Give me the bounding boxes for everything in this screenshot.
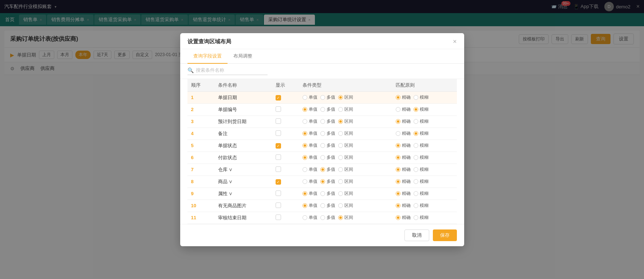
type-radio-区间[interactable]: 区间	[338, 106, 353, 113]
match-radio-模糊[interactable]: 模糊	[414, 130, 428, 137]
match-radio-精确[interactable]: 精确	[396, 130, 411, 137]
checkbox-display-4[interactable]	[276, 130, 281, 136]
match-radio-模糊[interactable]: 模糊	[414, 118, 428, 125]
match-radio-模糊[interactable]: 模糊	[414, 106, 428, 113]
row-order-10: 10	[187, 200, 214, 212]
row-display-10[interactable]	[272, 200, 299, 212]
type-radio-单值[interactable]: 单值	[303, 118, 317, 125]
row-display-3[interactable]	[272, 115, 299, 127]
type-radio-单值[interactable]: 单值	[303, 142, 317, 149]
dialog-search-area: 🔍	[180, 64, 464, 79]
match-radio-精确[interactable]: 精确	[396, 94, 411, 101]
radio-circle-icon	[396, 179, 400, 184]
type-radio-区间[interactable]: 区间	[338, 94, 353, 101]
type-radio-区间[interactable]: 区间	[338, 130, 353, 137]
checkbox-display-6[interactable]	[276, 154, 281, 160]
type-radio-单值[interactable]: 单值	[303, 154, 317, 161]
type-radio-单值[interactable]: 单值	[303, 178, 317, 185]
checkbox-display-5[interactable]	[276, 143, 281, 149]
type-radio-区间[interactable]: 区间	[338, 166, 353, 173]
type-radio-单值[interactable]: 单值	[303, 94, 317, 101]
type-radio-单值[interactable]: 单值	[303, 215, 317, 221]
match-radio-精确[interactable]: 精确	[396, 118, 411, 125]
match-radio-精确[interactable]: 精确	[396, 142, 411, 149]
checkbox-display-8[interactable]	[276, 179, 281, 185]
type-radio-单值[interactable]: 单值	[303, 203, 317, 209]
type-radio-多值[interactable]: 多值	[320, 203, 335, 209]
type-radio-区间[interactable]: 区间	[338, 215, 353, 221]
match-radio-模糊[interactable]: 模糊	[414, 166, 428, 173]
checkbox-display-9[interactable]	[276, 190, 281, 196]
type-radio-多值[interactable]: 多值	[320, 142, 335, 149]
row-display-9[interactable]	[272, 188, 299, 200]
radio-label: 单值	[309, 154, 317, 161]
table-row: 1单据日期单值多值区间精确模糊	[187, 91, 457, 103]
match-radio-模糊[interactable]: 模糊	[414, 154, 428, 161]
checkbox-display-2[interactable]	[276, 106, 281, 112]
match-radio-模糊[interactable]: 模糊	[414, 190, 428, 197]
radio-circle-icon	[414, 167, 418, 172]
match-radio-精确[interactable]: 精确	[396, 215, 411, 221]
match-radio-模糊[interactable]: 模糊	[414, 215, 428, 221]
row-display-6[interactable]	[272, 152, 299, 164]
match-radio-精确[interactable]: 精确	[396, 203, 411, 209]
type-radio-多值[interactable]: 多值	[320, 118, 335, 125]
type-radio-多值[interactable]: 多值	[320, 154, 335, 161]
radio-label: 多值	[327, 190, 335, 197]
radio-circle-icon	[303, 179, 307, 184]
row-display-8[interactable]	[272, 176, 299, 188]
row-display-1[interactable]	[272, 91, 299, 103]
row-order-5: 5	[187, 140, 214, 152]
match-radio-模糊[interactable]: 模糊	[414, 94, 428, 101]
type-radio-多值[interactable]: 多值	[320, 178, 335, 185]
dialog-close-icon[interactable]: ×	[453, 38, 457, 45]
type-radio-单值[interactable]: 单值	[303, 190, 317, 197]
type-radio-区间[interactable]: 区间	[338, 190, 353, 197]
row-display-11[interactable]	[272, 212, 299, 224]
match-radio-模糊[interactable]: 模糊	[414, 142, 428, 149]
type-radio-多值[interactable]: 多值	[320, 166, 335, 173]
match-radio-精确[interactable]: 精确	[396, 154, 411, 161]
save-button[interactable]: 保存	[433, 229, 457, 241]
match-radio-模糊[interactable]: 模糊	[414, 178, 428, 185]
radio-circle-icon	[303, 215, 307, 220]
radio-label: 精确	[402, 203, 411, 209]
match-radio-精确[interactable]: 精确	[396, 178, 411, 185]
type-radio-多值[interactable]: 多值	[320, 94, 335, 101]
checkbox-display-1[interactable]	[276, 95, 281, 101]
type-radio-区间[interactable]: 区间	[338, 203, 353, 209]
match-radio-精确[interactable]: 精确	[396, 106, 411, 113]
type-radio-单值[interactable]: 单值	[303, 130, 317, 137]
row-display-5[interactable]	[272, 140, 299, 152]
type-radio-单值[interactable]: 单值	[303, 106, 317, 113]
tab-layout-adjust[interactable]: 布局调整	[228, 49, 258, 64]
row-display-2[interactable]	[272, 103, 299, 115]
row-display-4[interactable]	[272, 127, 299, 140]
cancel-button[interactable]: 取消	[404, 229, 429, 241]
row-type-5: 单值多值区间	[299, 140, 392, 152]
match-radio-模糊[interactable]: 模糊	[414, 203, 428, 209]
radio-circle-icon	[303, 131, 307, 136]
checkbox-display-7[interactable]	[276, 166, 281, 172]
type-radio-单值[interactable]: 单值	[303, 166, 317, 173]
match-radio-精确[interactable]: 精确	[396, 190, 411, 197]
type-radio-多值[interactable]: 多值	[320, 215, 335, 221]
row-display-7[interactable]	[272, 164, 299, 176]
checkbox-display-10[interactable]	[276, 203, 281, 208]
checkbox-display-3[interactable]	[276, 118, 281, 124]
type-radio-多值[interactable]: 多值	[320, 130, 335, 137]
radio-label: 模糊	[420, 130, 428, 137]
type-radio-多值[interactable]: 多值	[320, 106, 335, 113]
type-radio-区间[interactable]: 区间	[338, 142, 353, 149]
radio-label: 区间	[344, 142, 353, 149]
search-input[interactable]	[196, 67, 261, 73]
type-radio-区间[interactable]: 区间	[338, 178, 353, 185]
match-radio-精确[interactable]: 精确	[396, 166, 411, 173]
tab-query-fields[interactable]: 查询字段设置	[187, 49, 228, 64]
type-radio-区间[interactable]: 区间	[338, 154, 353, 161]
checkbox-display-11[interactable]	[276, 215, 281, 220]
type-radio-区间[interactable]: 区间	[338, 118, 353, 125]
type-radio-多值[interactable]: 多值	[320, 190, 335, 197]
row-order-2: 2	[187, 103, 214, 115]
order-number: 11	[191, 215, 196, 220]
